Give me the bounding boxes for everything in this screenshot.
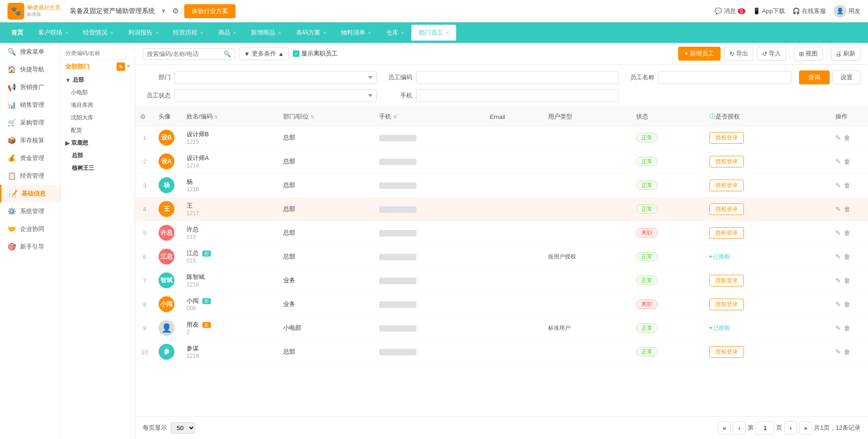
export-button[interactable]: ↻ 导出 [724,47,753,61]
tab-goods[interactable]: 商品 × [211,25,243,41]
last-page-button[interactable]: » [799,421,812,434]
close-icon[interactable]: × [65,30,68,35]
query-button[interactable]: 查询 [799,70,830,84]
sidebar-item-marketing[interactable]: 📢 营销推广 [0,78,60,96]
dept-collapse-icon[interactable]: « [127,63,130,71]
edit-button[interactable]: ✎ [835,277,841,284]
sidebar-item-inventory[interactable]: 📦 库存核算 [0,132,60,149]
settings-icon[interactable]: ⚙ [140,113,146,120]
edit-button[interactable]: ✎ [835,300,841,308]
auth-button[interactable]: 授权登录 [709,275,744,286]
sidebar-item-nav[interactable]: 🏠 快捷导航 [0,61,60,78]
delete-button[interactable]: 🗑 [844,181,850,189]
delete-button[interactable]: 🗑 [844,277,850,284]
th-name[interactable]: 姓名/编码 ⇅ [182,108,278,126]
delete-button[interactable]: 🗑 [844,324,850,332]
edit-button[interactable]: ✎ [835,324,841,332]
edit-button[interactable]: ✎ [835,253,841,260]
first-page-button[interactable]: « [718,421,731,434]
delete-button[interactable]: 🗑 [844,158,850,165]
dept-select[interactable] [174,71,377,84]
edit-button[interactable]: ✎ [835,134,841,141]
edit-button[interactable]: ✎ [835,229,841,237]
page-input[interactable] [756,421,774,434]
dept-search-input[interactable] [65,50,135,56]
resigned-checkbox[interactable]: ✓ [293,50,299,57]
online-service-item[interactable]: 🎧 在线客服 [792,7,826,15]
set-button[interactable]: 设置 [833,70,861,84]
view-button[interactable]: ⊞ 视图 [794,47,823,61]
delete-button[interactable]: 🗑 [844,348,850,355]
message-item[interactable]: 💬 消息 5 [715,7,745,15]
show-resigned[interactable]: ✓ 显示离职员工 [293,49,338,58]
close-icon[interactable]: × [401,30,404,35]
close-icon[interactable]: × [155,30,158,35]
sidebar-item-finance[interactable]: 💰 资金管理 [0,149,60,167]
dept-group-label[interactable]: 总部 [61,149,135,162]
tab-barcode[interactable]: 条码方案 × [289,25,333,41]
edit-button[interactable]: ✎ [835,181,841,189]
sidebar-item-purchase[interactable]: 🛒 采购管理 [0,114,60,132]
tab-employee[interactable]: 部门员工 × [411,25,456,41]
dept-header[interactable]: 全部部门 ✎ « [61,60,135,74]
tab-history[interactable]: 经营历程 × [166,25,210,41]
close-icon[interactable]: × [233,30,236,35]
dept-item[interactable]: 配货 [61,124,135,137]
add-employee-button[interactable]: + 新增员工 [678,47,721,61]
th-settings[interactable]: ⚙ [135,108,154,126]
print-button[interactable]: 🖨 刷新 [831,47,861,61]
app-download-item[interactable]: 📱 App下载 [753,7,785,15]
auth-button[interactable]: 授权登录 [709,156,744,167]
auth-button[interactable]: 授权登录 [709,227,744,239]
search-input[interactable] [147,50,222,57]
delete-button[interactable]: 🗑 [844,229,850,237]
tab-warehouse[interactable]: 仓库 × [379,25,411,41]
sort-icon[interactable]: ⇅ [214,114,218,119]
edit-button[interactable]: ✎ [835,348,841,355]
prev-page-button[interactable]: ‹ [733,421,746,434]
dept-group-label[interactable]: 植树王三 [61,162,135,174]
import-button[interactable]: ↺ 导入 [757,47,786,61]
search-icon[interactable]: 🔍 [223,50,231,57]
delete-button[interactable]: 🗑 [844,300,850,308]
empstatus-select[interactable] [174,89,377,102]
close-icon[interactable]: × [110,30,113,35]
page-size-select[interactable]: 50 [171,422,195,434]
sidebar-item-guide[interactable]: 🎯 新手引导 [0,238,60,256]
edit-button[interactable]: ✎ [835,158,841,165]
gear-button[interactable]: ⚙ [170,5,181,17]
auth-button[interactable]: 授权登录 [709,132,744,144]
tab-bom[interactable]: 物料清单 × [333,25,378,41]
auth-button[interactable]: 授权登录 [709,180,744,191]
user-item[interactable]: 👤 用友 [833,5,861,18]
close-icon[interactable]: × [446,30,449,35]
next-page-button[interactable]: › [784,421,797,434]
tab-add-goods[interactable]: 新增商品 × [243,25,288,41]
auth-button[interactable]: 授权登录 [709,299,744,310]
empname-input[interactable] [658,71,792,84]
close-icon[interactable]: × [200,30,203,35]
delete-button[interactable]: 🗑 [844,205,850,213]
tab-home[interactable]: 首页 [4,25,31,41]
delete-button[interactable]: 🗑 [844,134,850,141]
tab-customer[interactable]: 客户联络 × [31,25,76,41]
delete-button[interactable]: 🗑 [844,253,850,260]
sidebar-item-sales[interactable]: 📊 销售管理 [0,96,60,114]
dept-edit-icon[interactable]: ✎ [117,63,125,71]
auth-button[interactable]: 授权登录 [709,346,744,358]
tab-operation[interactable]: 经营情况 × [76,25,120,41]
phone-input[interactable] [416,89,618,102]
dept-item[interactable]: 项目库房 [61,99,135,111]
close-icon[interactable]: × [368,30,371,35]
sidebar-item-operation[interactable]: 📋 经营管理 [0,167,60,185]
sidebar-item-basic[interactable]: 📝 基础信息 [0,185,60,202]
dept-group-label[interactable]: ▼ 总部 [61,74,135,86]
close-icon[interactable]: × [323,30,326,35]
sort-icon[interactable]: ⇅ [393,114,397,119]
dept-group-label[interactable]: ▶ 双鹿想 [61,137,135,149]
dept-item[interactable]: 沈阳大库 [61,111,135,124]
sidebar-item-collab[interactable]: 🤝 企业协同 [0,220,60,238]
trial-button[interactable]: 体验行业方案 [184,4,236,18]
th-dept[interactable]: 部门/职位 ⇅ [278,108,375,126]
close-icon[interactable]: × [278,30,281,35]
